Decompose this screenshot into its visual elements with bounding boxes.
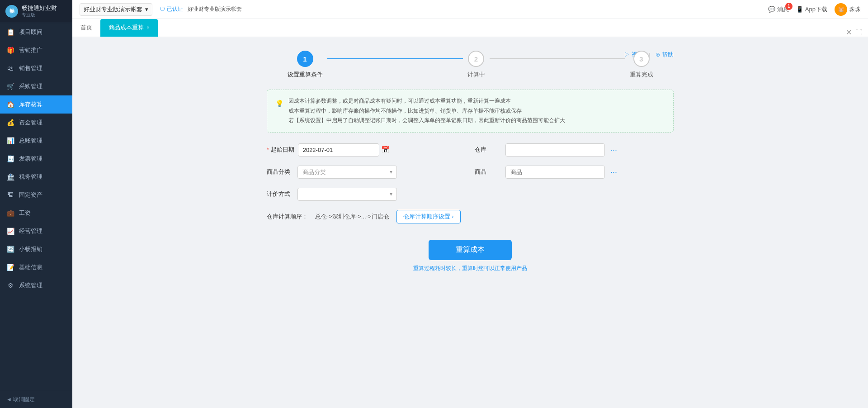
maximize-icon[interactable]: ⛶	[855, 28, 863, 37]
info-line-3: 若【系统设置】中启用了自动调整记账日期时，会调整入库单的整单记账日期，因此重新计…	[288, 116, 565, 126]
basic-icon: 📝	[6, 264, 14, 271]
close-window-icon[interactable]: ✕	[846, 28, 852, 37]
sidebar-item-project[interactable]: 📋 项目顾问	[0, 23, 72, 41]
user-avatar-area[interactable]: 🐹 珠珠	[835, 3, 861, 16]
tabbar: 首页 商品成本重算 × ✕ ⛶	[72, 19, 868, 37]
sidebar-unpin[interactable]: ◄ 取消固定	[0, 391, 72, 408]
sidebar-item-operations[interactable]: 📈 经营管理	[0, 222, 72, 240]
project-icon: 📋	[6, 28, 14, 36]
sidebar-item-marketing[interactable]: 🎁 营销推广	[0, 41, 72, 59]
pricing-label: 计价方式	[267, 190, 294, 198]
expense-label: 小畅报销	[19, 245, 42, 253]
sidebar-item-assets[interactable]: 🏗 固定资产	[0, 186, 72, 204]
topbar-account-name: 好业财专业版演示帐套	[188, 5, 242, 13]
sidebar-item-basic[interactable]: 📝 基础信息	[0, 258, 72, 276]
warehouse-dots-btn[interactable]: ···	[609, 146, 619, 154]
category-select-wrapper: 商品分类	[297, 166, 397, 179]
help-link[interactable]: ⊙ 帮助	[656, 51, 674, 59]
main-area: 好业财专业版演示帐套 ▾ 🛡 已认证 好业财专业版演示帐套 💬 消息 1 📱 A…	[72, 0, 868, 408]
dropdown-icon: ▾	[145, 6, 148, 13]
sidebar-item-accounting[interactable]: 📊 总账管理	[0, 132, 72, 150]
tab-cost-recalc[interactable]: 商品成本重算 ×	[100, 19, 158, 37]
recalc-btn[interactable]: 重算成本	[429, 240, 512, 260]
purchase-icon: 🛒	[6, 83, 14, 90]
tab-home-label: 首页	[80, 24, 92, 32]
recalc-btn-label: 重算成本	[456, 246, 485, 253]
info-line-2: 成本重算过程中，影响库存账的操作均不能操作，比如进货单、销货单、库存单据不能审核…	[288, 106, 565, 116]
sidebar-item-finance[interactable]: 💰 资金管理	[0, 114, 72, 132]
sidebar: 畅 畅捷通好业财 专业版 📋 项目顾问 🎁 营销推广 🛍 销售管理 🛒 采购管理…	[0, 0, 72, 408]
start-date-label: 起始日期	[267, 146, 294, 154]
goods-input[interactable]	[505, 166, 605, 179]
inventory-label: 库存核算	[19, 100, 42, 109]
tabbar-controls: ✕ ⛶	[840, 28, 868, 37]
inventory-icon: 🏠	[6, 101, 14, 108]
marketing-label: 营销推广	[19, 46, 42, 54]
pricing-select-wrapper	[297, 188, 397, 201]
invoice-icon: 🧾	[6, 155, 14, 162]
salary-label: 工资	[19, 209, 31, 217]
sidebar-nav: 📋 项目顾问 🎁 营销推广 🛍 销售管理 🛒 采购管理 🏠 库存核算 💰 资金管…	[0, 23, 72, 391]
app-download-label: App下载	[805, 5, 827, 14]
finance-label: 资金管理	[19, 119, 42, 127]
steps-container: 1 设置重算条件 2 计算中 3 重算完成 ▷ 视	[267, 51, 674, 79]
warehouse-input[interactable]	[505, 143, 605, 157]
sidebar-item-salary[interactable]: 💼 工资	[0, 204, 72, 222]
step-1-label: 设置重算条件	[288, 71, 323, 79]
app-name: 畅捷通好业财	[22, 5, 57, 12]
warehouse-order-label: 仓库计算顺序：	[267, 213, 308, 221]
sidebar-header: 畅 畅捷通好业财 专业版	[0, 0, 72, 23]
warehouse-order-row: 仓库计算顺序： 总仓->深圳仓库->...->门店仓 仓库计算顺序设置 ›	[267, 210, 461, 223]
tab-close-icon[interactable]: ×	[146, 24, 150, 31]
step-1-circle: 1	[297, 51, 313, 67]
warehouse-order-value: 总仓->深圳仓库->...->门店仓	[315, 213, 389, 221]
system-label: 系统管理	[19, 281, 42, 289]
sales-label: 销售管理	[19, 64, 42, 72]
sidebar-item-purchase[interactable]: 🛒 采购管理	[0, 77, 72, 95]
account-selector[interactable]: 好业财专业版演示帐套 ▾	[80, 3, 152, 16]
warehouse-order-btn[interactable]: 仓库计算顺序设置 ›	[396, 210, 461, 223]
app-logo: 畅	[5, 5, 18, 18]
info-line-1: 因成本计算参数调整，或是对商品成本有疑问时，可以通过成本重算功能，重新计算一遍成…	[288, 96, 565, 106]
shield-icon: 🛡	[160, 6, 165, 13]
calendar-icon[interactable]: 📅	[381, 146, 390, 154]
warehouse-field: 仓库 ···	[475, 143, 674, 157]
sidebar-item-invoice[interactable]: 🧾 发票管理	[0, 150, 72, 168]
app-subtitle: 专业版	[22, 12, 57, 18]
marketing-icon: 🎁	[6, 47, 14, 54]
system-icon: ⚙	[6, 282, 14, 289]
sidebar-item-sales[interactable]: 🛍 销售管理	[0, 59, 72, 77]
sidebar-item-tax[interactable]: 🏦 税务管理	[0, 168, 72, 186]
salary-icon: 💼	[6, 209, 14, 217]
form-row-2: 商品分类 商品分类 商品 ···	[267, 166, 674, 179]
tab-home[interactable]: 首页	[72, 19, 100, 37]
message-btn[interactable]: 💬 消息 1	[768, 5, 789, 14]
info-box: 💡 因成本计算参数调整，或是对商品成本有疑问时，可以通过成本重算功能，重新计算一…	[267, 90, 674, 133]
step-line-2-3	[490, 58, 625, 59]
goods-dots-btn[interactable]: ···	[609, 168, 619, 176]
step-3-label: 重算完成	[630, 71, 653, 79]
sidebar-item-expense[interactable]: 🔄 小畅报销	[0, 240, 72, 258]
pricing-field: 计价方式	[267, 188, 466, 201]
pricing-select[interactable]	[297, 188, 397, 201]
step-2-circle: 2	[468, 51, 484, 67]
recalc-section: 重算成本 重算过程耗时较长，重算时您可以正常使用产品	[267, 240, 674, 272]
tax-label: 税务管理	[19, 173, 42, 181]
form-section: 起始日期 📅 仓库 ··· 商品分类	[267, 143, 674, 272]
sidebar-item-system[interactable]: ⚙ 系统管理	[0, 276, 72, 294]
account-selector-label: 好业财专业版演示帐套	[84, 5, 142, 14]
goods-field: 商品 ···	[475, 166, 674, 179]
category-field: 商品分类 商品分类	[267, 166, 466, 179]
start-date-input[interactable]	[298, 143, 379, 157]
message-icon: 💬	[768, 6, 775, 13]
sidebar-item-inventory[interactable]: 🏠 库存核算	[0, 95, 72, 114]
operations-label: 经营管理	[19, 227, 42, 235]
start-date-field: 起始日期 📅	[267, 143, 466, 157]
app-download-btn[interactable]: 📱 App下载	[796, 5, 827, 14]
topbar: 好业财专业版演示帐套 ▾ 🛡 已认证 好业财专业版演示帐套 💬 消息 1 📱 A…	[72, 0, 868, 19]
category-label: 商品分类	[267, 168, 294, 176]
tax-icon: 🏦	[6, 173, 14, 180]
user-name: 珠珠	[849, 5, 861, 14]
finance-icon: 💰	[6, 119, 14, 126]
category-select[interactable]: 商品分类	[297, 166, 397, 179]
